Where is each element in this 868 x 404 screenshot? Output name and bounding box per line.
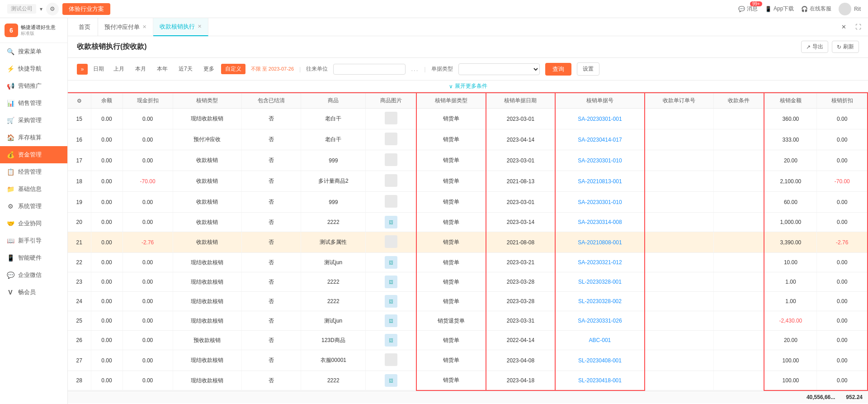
sidebar-item-marketing[interactable]: 📢 营销推广 [0,77,67,95]
filter-bar: » 日期 上月 本月 本年 近7天 更多 自定义 不限 至 2023-07-26… [68,58,868,81]
tab-home[interactable]: 首页 [71,18,98,36]
sidebar-item-search[interactable]: 🔍 搜索菜单 [0,43,67,60]
settings-icon[interactable]: ⚙ [46,3,59,15]
sidebar-item-quick[interactable]: ⚡ 快捷导航 [0,60,67,77]
cell-id: 26 [68,331,91,350]
cell-receipt-order [645,331,714,350]
cell-balance: 0.00 [91,292,123,311]
cell-voucher-no[interactable]: SA-20230301-010 [555,192,644,213]
voucher-no-link[interactable]: SA-20230301-010 [578,199,622,205]
cell-voucher-no[interactable]: SA-20210813-001 [555,171,644,192]
tab-prepay[interactable]: 预付冲应付单 ✕ [98,18,153,36]
filter-toggle[interactable]: » [77,64,88,75]
user-info[interactable]: Rit [839,3,861,15]
date-btn-custom[interactable]: 自定义 [221,64,245,74]
cell-voucher-no[interactable]: SA-20230301-010 [555,150,644,171]
cell-voucher-no[interactable]: SA-20230321-012 [555,253,644,272]
cell-discount: 0.00 [817,292,868,311]
date-btn-this-year[interactable]: 本年 [153,64,172,74]
th-settings[interactable]: ⚙ [68,93,91,109]
voucher-no-link[interactable]: SA-20210813-001 [578,178,622,185]
table-row: 160.000.00预付冲应收否老白干销货单2023-04-14SA-20230… [68,129,868,150]
voucher-no-link[interactable]: SL-20230328-001 [578,279,622,285]
cell-voucher-no[interactable]: SL-20230418-001 [555,371,644,390]
voucher-no-link[interactable]: SA-20230301-001 [578,116,622,122]
cell-product: 衣服00001 [301,350,366,371]
cell-receipt-order [645,350,714,371]
voucher-no-link[interactable]: SA-20210808-001 [578,239,622,246]
cell-voucher-no[interactable]: SA-20230301-001 [555,109,644,129]
tab-prepay-close[interactable]: ✕ [142,24,146,30]
cell-id: 22 [68,253,91,272]
sidebar-label: 营销推广 [18,82,42,90]
expand-bar[interactable]: ∨ 展开更多条件 [68,81,868,92]
sidebar-item-finance[interactable]: 💰 资金管理 [0,146,67,163]
cell-discount: 0.00 [817,253,868,272]
partner-input[interactable] [333,64,406,75]
cell-voucher-no[interactable]: ABC-001 [555,331,644,350]
voucher-no-link[interactable]: SL-20230408-001 [578,357,622,364]
voucher-no-link[interactable]: SA-20230414-017 [578,137,622,143]
cell-voucher-no[interactable]: SA-20230314-008 [555,213,644,232]
date-btn-last-month[interactable]: 上月 [109,64,128,74]
sidebar-item-inventory[interactable]: 🏠 库存核算 [0,129,67,146]
solution-button[interactable]: 体验行业方案 [62,3,110,15]
tab-current[interactable]: 收款核销执行 ✕ [153,18,208,36]
voucher-no-link[interactable]: SL-20230418-001 [578,377,622,384]
company-dropdown[interactable]: ▾ [40,6,42,12]
voucher-no-link[interactable]: ABC-001 [589,337,611,343]
voucher-no-link[interactable]: SA-20230321-012 [578,259,622,266]
main-table: ⚙ 余额 现金折扣 核销类型 包含已结清 商品 商品图片 核销单据类型 核销单据… [68,92,868,391]
cell-voucher-no[interactable]: SA-20230331-026 [555,311,644,331]
tab-close-btn[interactable]: ✕ [837,21,850,33]
cell-included: 否 [241,213,301,232]
cell-voucher-no[interactable]: SL-20230328-001 [555,272,644,292]
voucher-no-link[interactable]: SA-20230331-026 [578,318,622,324]
cell-receipt-order [645,371,714,390]
cell-type: 预收款核销 [173,331,241,350]
sidebar-item-guide[interactable]: 📖 新手引导 [0,232,67,249]
cell-voucher-no[interactable]: SA-20210808-001 [555,232,644,253]
cell-product-img: 🖼 [366,371,416,390]
sidebar-item-enterprise[interactable]: 🤝 企业协同 [0,215,67,232]
cell-voucher-no[interactable]: SL-20230328-002 [555,292,644,311]
avatar [839,3,851,15]
voucher-no-link[interactable]: SL-20230328-002 [578,298,622,304]
date-label: 日期 [93,65,104,73]
sidebar-item-member[interactable]: V 畅会员 [0,284,67,301]
cell-voucher-date: 2021-08-13 [486,171,556,192]
cell-id: 28 [68,371,91,390]
sidebar-item-operations[interactable]: 📋 经营管理 [0,163,67,181]
export-button[interactable]: ↗ 导出 [801,41,828,53]
footer-total-amount: 40,556,66... [807,394,835,400]
cell-voucher-no[interactable]: SL-20230408-001 [555,350,644,371]
sidebar-item-basics[interactable]: 📁 基础信息 [0,181,67,198]
voucher-type-select[interactable] [458,63,540,75]
refresh-button[interactable]: ↻ 刷新 [832,41,859,53]
online-service[interactable]: 🎧 在线客服 [801,5,831,13]
cell-included: 否 [241,371,301,390]
product-image: 🖼 [385,256,397,269]
date-btn-7days[interactable]: 近7天 [175,64,197,74]
sidebar-item-wechat[interactable]: 💬 企业微信 [0,266,67,284]
voucher-no-link[interactable]: SA-20230301-010 [578,157,622,164]
app-download[interactable]: 📱 App下载 [765,5,794,13]
sidebar-item-system[interactable]: ⚙ 系统管理 [0,198,67,215]
sidebar-item-hardware[interactable]: 📱 智能硬件 [0,249,67,266]
th-voucher-no: 核销单据号 [555,93,644,109]
voucher-no-link[interactable]: SA-20230314-008 [578,219,622,225]
tab-maximize-btn[interactable]: ⛶ [852,21,864,33]
date-btn-more[interactable]: 更多 [199,64,218,74]
member-icon: V [6,289,14,296]
system-icon: ⚙ [6,203,14,210]
sidebar-item-purchase[interactable]: 🛒 采购管理 [0,112,67,129]
cell-receipt-cond [713,213,764,232]
message-badge[interactable]: 💬 消息 99+ [738,5,758,13]
filter-settings-button[interactable]: 设置 [577,62,599,76]
query-button[interactable]: 查询 [545,63,571,76]
top-bar-left: 测试公司 ▾ ⚙ 体验行业方案 [7,3,110,15]
cell-voucher-no[interactable]: SA-20230414-017 [555,129,644,150]
date-btn-this-month[interactable]: 本月 [131,64,150,74]
tab-current-close[interactable]: ✕ [198,24,202,29]
sidebar-item-sales[interactable]: 📊 销售管理 [0,95,67,112]
